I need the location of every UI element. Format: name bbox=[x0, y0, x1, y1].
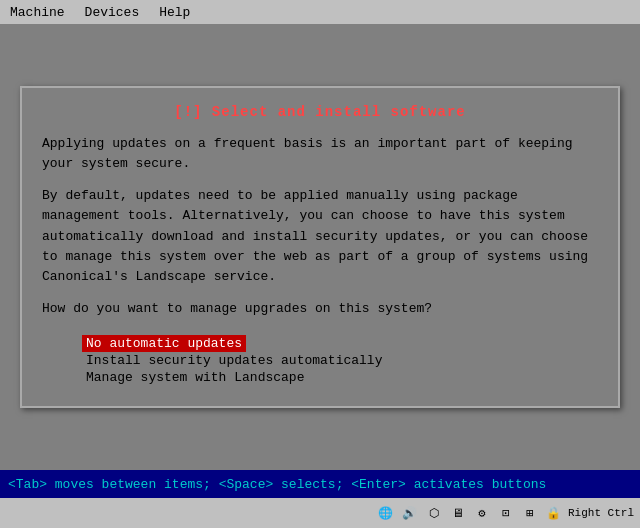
usb-icon: ⬡ bbox=[424, 503, 444, 523]
main-area: [!] Select and install software Applying… bbox=[0, 24, 640, 470]
paragraph-1: Applying updates on a frequent basis is … bbox=[42, 134, 598, 174]
statusbar-text: <Tab> moves between items; <Space> selec… bbox=[8, 477, 546, 492]
option-security-updates[interactable]: Install security updates automatically bbox=[82, 352, 386, 369]
settings-icon: ⚙ bbox=[472, 503, 492, 523]
menu-help[interactable]: Help bbox=[153, 3, 196, 22]
capture-icon: ⊞ bbox=[520, 503, 540, 523]
menu-machine[interactable]: Machine bbox=[4, 3, 71, 22]
share-icon: ⊡ bbox=[496, 503, 516, 523]
option-no-updates[interactable]: No automatic updates bbox=[82, 335, 246, 352]
dialog: [!] Select and install software Applying… bbox=[20, 86, 620, 408]
dialog-body: Applying updates on a frequent basis is … bbox=[42, 134, 598, 319]
display-icon: 🖥 bbox=[448, 503, 468, 523]
lock-icon: 🔒 bbox=[544, 503, 564, 523]
menu-devices[interactable]: Devices bbox=[79, 3, 146, 22]
audio-icon: 🔊 bbox=[400, 503, 420, 523]
right-ctrl-label: Right Ctrl bbox=[568, 507, 634, 519]
paragraph-3: How do you want to manage upgrades on th… bbox=[42, 299, 598, 319]
menubar: Machine Devices Help bbox=[0, 0, 640, 24]
options-list: No automatic updates Install security up… bbox=[42, 335, 598, 386]
statusbar: <Tab> moves between items; <Space> selec… bbox=[0, 470, 640, 498]
paragraph-2: By default, updates need to be applied m… bbox=[42, 186, 598, 287]
taskbar-right: 🌐 🔊 ⬡ 🖥 ⚙ ⊡ ⊞ 🔒 Right Ctrl bbox=[376, 503, 634, 523]
dialog-title: [!] Select and install software bbox=[42, 104, 598, 120]
network-icon: 🌐 bbox=[376, 503, 396, 523]
option-landscape[interactable]: Manage system with Landscape bbox=[82, 369, 308, 386]
taskbar: 🌐 🔊 ⬡ 🖥 ⚙ ⊡ ⊞ 🔒 Right Ctrl bbox=[0, 498, 640, 528]
